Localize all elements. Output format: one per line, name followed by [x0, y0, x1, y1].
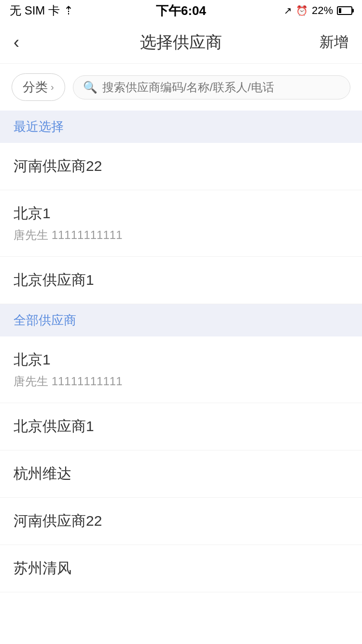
all-section-header: 全部供应商 [0, 304, 362, 336]
list-item[interactable]: 苏州清风 [0, 545, 362, 592]
battery-percent: 22% [312, 4, 333, 17]
list-item[interactable]: 北京1唐先生 11111111111 [0, 190, 362, 257]
item-name: 苏州清风 [14, 559, 348, 578]
list-item[interactable]: 河南供应商22 [0, 498, 362, 545]
list-item[interactable]: 北京供应商1 [0, 403, 362, 450]
chevron-right-icon: › [51, 82, 54, 93]
search-box: 🔍 [73, 75, 350, 99]
status-right: ↗ ⏰ 22% [284, 4, 352, 17]
item-name: 河南供应商22 [14, 156, 348, 176]
list-item[interactable]: 北京供应商1 [0, 257, 362, 304]
nav-bar: ‹ 选择供应商 新增 [0, 21, 362, 64]
category-label: 分类 [23, 79, 48, 96]
item-sub: 唐先生 11111111111 [14, 227, 348, 243]
item-name: 北京1 [14, 350, 348, 370]
search-icon: 🔍 [83, 81, 97, 94]
recent-items-list: 河南供应商22北京1唐先生 11111111111北京供应商1 [0, 143, 362, 304]
category-button[interactable]: 分类 › [12, 73, 65, 101]
item-sub: 唐先生 11111111111 [14, 374, 348, 389]
list-item[interactable]: 河南供应商22 [0, 143, 362, 190]
item-name: 北京供应商1 [14, 270, 348, 290]
list-item[interactable]: 杭州维达 [0, 450, 362, 498]
location-icon: ↗ [284, 5, 292, 16]
status-bar: 无 SIM 卡 ⇡ 下午6:04 ↗ ⏰ 22% [0, 0, 362, 21]
back-button[interactable]: ‹ [14, 32, 42, 53]
alarm-icon: ⏰ [296, 5, 308, 16]
add-button[interactable]: 新增 [320, 32, 348, 52]
item-name: 北京供应商1 [14, 417, 348, 436]
all-items-list: 北京1唐先生 11111111111北京供应商1杭州维达河南供应商22苏州清风 [0, 336, 362, 592]
all-section-label: 全部供应商 [14, 313, 76, 327]
status-left: 无 SIM 卡 ⇡ [10, 3, 73, 18]
filter-bar: 分类 › 🔍 [0, 64, 362, 111]
recent-section-header: 最近选择 [0, 111, 362, 143]
search-input[interactable] [102, 81, 340, 94]
list-item[interactable]: 北京1唐先生 11111111111 [0, 336, 362, 403]
no-sim-text: 无 SIM 卡 [10, 3, 60, 18]
item-name: 杭州维达 [14, 464, 348, 484]
recent-section-label: 最近选择 [14, 119, 64, 134]
status-time: 下午6:04 [156, 2, 206, 19]
page-title: 选择供应商 [140, 31, 222, 54]
item-name: 北京1 [14, 204, 348, 224]
item-name: 河南供应商22 [14, 511, 348, 531]
battery-icon [337, 6, 352, 15]
wifi-icon: ⇡ [64, 4, 73, 17]
